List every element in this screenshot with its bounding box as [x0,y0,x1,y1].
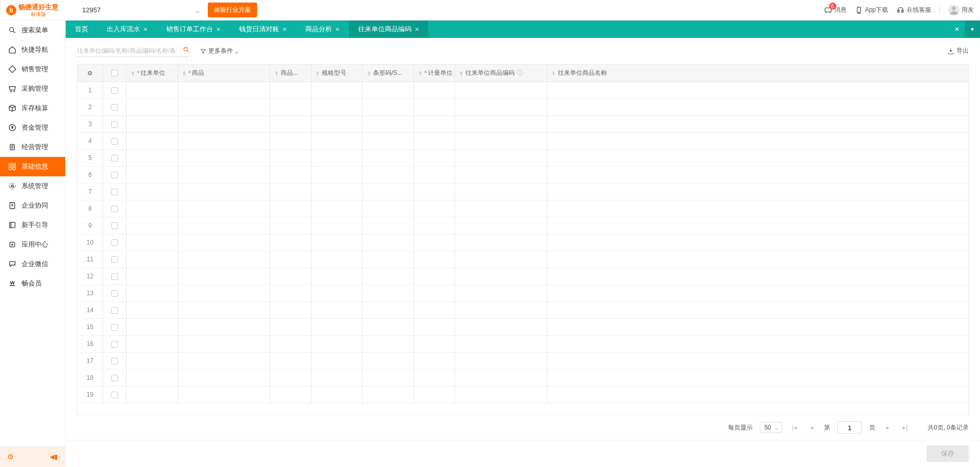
cell-barcode[interactable] [363,234,414,251]
page-number-input[interactable] [837,421,862,434]
cell-spec[interactable] [311,302,363,318]
tab-3[interactable]: 钱货日清对账✕ [230,21,296,38]
table-row[interactable]: 16 [77,336,968,353]
cell-measure-unit[interactable] [414,116,455,132]
cell-partner-unit[interactable] [127,387,178,403]
cell-partner-product-code[interactable] [455,82,547,98]
cell-partner-unit[interactable] [127,82,178,98]
cell-partner-product-name[interactable] [547,251,968,268]
cell-partner-unit[interactable] [127,370,178,386]
cell-spec[interactable] [311,268,363,285]
cell-partner-product-name[interactable] [547,150,968,166]
cell-partner-product-name[interactable] [547,234,968,251]
cell-product-code[interactable] [270,387,311,403]
sidebar-item-8[interactable]: 系统管理 [0,176,65,196]
cell-partner-product-code[interactable] [455,251,547,268]
cell-measure-unit[interactable] [414,184,455,200]
partner-product-name-header[interactable]: ▲▼往来单位商品名称 [547,65,968,82]
table-row[interactable]: 18 [77,370,968,387]
row-checkbox[interactable] [111,341,118,348]
row-checkbox[interactable] [111,392,118,398]
cell-partner-product-name[interactable] [547,116,968,132]
cell-product[interactable] [178,268,270,285]
select-all-checkbox[interactable] [111,70,118,76]
sidebar-item-10[interactable]: 新手引导 [0,215,65,235]
cell-product-code[interactable] [270,268,311,285]
cell-partner-product-code[interactable] [455,133,547,149]
cell-product[interactable] [178,302,270,318]
table-row[interactable]: 6 [77,167,968,184]
cell-spec[interactable] [311,217,363,234]
messages-button[interactable]: 6 消息 [824,6,847,14]
row-checkbox[interactable] [111,155,118,161]
row-checkbox[interactable] [111,273,118,280]
cell-product-code[interactable] [270,116,311,132]
table-row[interactable]: 19 [77,387,968,403]
cell-partner-unit[interactable] [127,234,178,251]
cell-partner-product-code[interactable] [455,200,547,217]
cell-product-code[interactable] [270,370,311,386]
cell-spec[interactable] [311,133,363,149]
table-row[interactable]: 12 [77,268,968,285]
cell-partner-product-name[interactable] [547,217,968,234]
cell-measure-unit[interactable] [414,150,455,166]
cell-partner-product-name[interactable] [547,167,968,183]
row-checkbox[interactable] [111,290,118,297]
cell-spec[interactable] [311,387,363,403]
cell-spec[interactable] [311,99,363,115]
cell-product-code[interactable] [270,200,311,217]
table-row[interactable]: 15 [77,319,968,336]
online-service-button[interactable]: 在线客服 [896,6,931,14]
cell-measure-unit[interactable] [414,353,455,369]
tab-close-icon[interactable]: ✕ [282,26,287,33]
cell-partner-product-code[interactable] [455,319,547,335]
sidebar-item-0[interactable]: 搜索菜单 [0,21,65,40]
spec-header[interactable]: ▲▼规格型号 [311,65,363,82]
cell-spec[interactable] [311,353,363,369]
measure-unit-header[interactable]: ▲▼*计量单位 [414,65,455,82]
cell-partner-product-code[interactable] [455,116,547,132]
cell-product[interactable] [178,99,270,115]
cell-barcode[interactable] [363,353,414,369]
cell-product-code[interactable] [270,234,311,251]
cell-product[interactable] [178,370,270,386]
cell-product-code[interactable] [270,336,311,352]
table-row[interactable]: 17 [77,353,968,370]
cell-product-code[interactable] [270,184,311,200]
cell-partner-unit[interactable] [127,336,178,352]
cell-product[interactable] [178,150,270,166]
page-size-select[interactable]: 50 [760,422,782,433]
cell-product[interactable] [178,234,270,251]
cell-partner-product-name[interactable] [547,82,968,98]
cell-product[interactable] [178,217,270,234]
cell-measure-unit[interactable] [414,319,455,335]
table-row[interactable]: 14 [77,302,968,319]
cell-barcode[interactable] [363,285,414,301]
cell-partner-product-code[interactable] [455,285,547,301]
row-checkbox[interactable] [111,172,118,178]
cell-partner-product-name[interactable] [547,387,968,403]
cell-product-code[interactable] [270,167,311,183]
sidebar-item-7[interactable]: 基础信息 [0,157,65,176]
cell-partner-unit[interactable] [127,167,178,183]
cell-barcode[interactable] [363,167,414,183]
row-checkbox[interactable] [111,239,118,246]
cell-spec[interactable] [311,251,363,268]
sidebar-item-1[interactable]: 快捷导航 [0,40,65,59]
cell-partner-unit[interactable] [127,302,178,318]
tab-0[interactable]: 首页 [66,21,97,38]
cell-spec[interactable] [311,150,363,166]
cell-partner-product-name[interactable] [547,319,968,335]
checkbox-column-header[interactable] [103,65,127,82]
cell-spec[interactable] [311,82,363,98]
org-selector[interactable]: 12957 ⌵ [82,6,200,14]
cell-partner-product-code[interactable] [455,302,547,318]
cell-measure-unit[interactable] [414,200,455,217]
tab-close-icon[interactable]: ✕ [335,26,340,33]
row-checkbox[interactable] [111,256,118,263]
cell-product-code[interactable] [270,150,311,166]
cell-spec[interactable] [311,184,363,200]
row-checkbox[interactable] [111,87,118,94]
partner-unit-header[interactable]: ▲▼*往来单位 [127,65,178,82]
cell-spec[interactable] [311,319,363,335]
